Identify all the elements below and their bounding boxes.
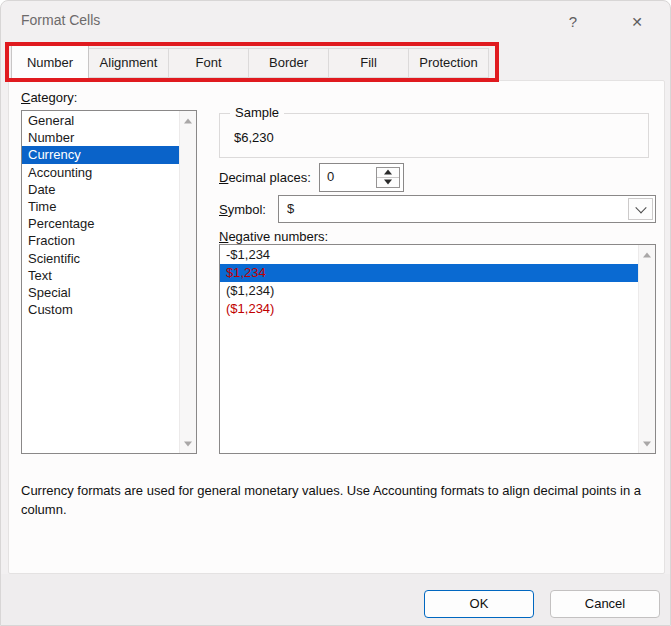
category-item-text[interactable]: Text — [22, 267, 179, 284]
category-description: Currency formats are used for general mo… — [21, 481, 653, 519]
category-item-number[interactable]: Number — [22, 129, 179, 146]
sample-legend: Sample — [230, 105, 284, 120]
negative-option-parens[interactable]: ($1,234) — [220, 282, 638, 300]
help-icon: ? — [569, 13, 577, 30]
negative-numbers-listbox[interactable]: -$1,234 $1,234 ($1,234) ($1,234) — [219, 244, 656, 454]
format-cells-dialog: Format Cells ? ✕ Number Alignment Font B… — [0, 0, 671, 626]
scroll-down-icon[interactable] — [180, 435, 196, 452]
symbol-value: $ — [287, 201, 294, 216]
close-button[interactable]: ✕ — [618, 9, 656, 35]
symbol-dropdown[interactable]: $ — [278, 195, 656, 223]
ok-button[interactable]: OK — [424, 590, 534, 618]
title-bar: Format Cells ? ✕ — [1, 1, 670, 45]
spinner-up-icon — [384, 170, 392, 175]
category-item-scientific[interactable]: Scientific — [22, 250, 179, 267]
decimal-places-label: Decimal places: — [219, 170, 311, 185]
tab-alignment[interactable]: Alignment — [89, 48, 169, 78]
tab-number[interactable]: Number — [11, 45, 89, 79]
negative-option-minus[interactable]: -$1,234 — [220, 246, 638, 264]
negative-option-red-parens[interactable]: ($1,234) — [220, 300, 638, 318]
sample-value: $6,230 — [234, 130, 274, 145]
tab-font[interactable]: Font — [169, 48, 249, 78]
category-item-date[interactable]: Date — [22, 181, 179, 198]
negative-numbers-label: Negative numbers: — [219, 229, 328, 244]
tab-protection[interactable]: Protection — [409, 48, 489, 78]
category-item-special[interactable]: Special — [22, 284, 179, 301]
tab-strip: Number Alignment Font Border Fill Protec… — [11, 48, 489, 78]
decimal-places-spinner[interactable]: 0 — [319, 163, 404, 192]
button-bar: OK Cancel — [1, 574, 670, 626]
tab-fill[interactable]: Fill — [329, 48, 409, 78]
category-item-fraction[interactable]: Fraction — [22, 232, 179, 249]
sample-groupbox: Sample $6,230 — [219, 113, 649, 158]
category-item-time[interactable]: Time — [22, 198, 179, 215]
category-listbox[interactable]: General Number Currency Accounting Date … — [21, 110, 197, 454]
negative-option-red-plain[interactable]: $1,234 — [220, 264, 638, 282]
symbol-dropdown-button[interactable] — [628, 198, 653, 220]
scroll-up-icon[interactable] — [180, 112, 196, 129]
negative-scrollbar[interactable] — [638, 245, 655, 453]
chevron-down-icon — [635, 202, 646, 213]
category-scrollbar[interactable] — [179, 111, 196, 453]
close-icon: ✕ — [631, 14, 643, 30]
spinner-up-button[interactable] — [377, 168, 399, 178]
help-button[interactable]: ? — [554, 9, 592, 35]
dialog-title: Format Cells — [21, 12, 100, 28]
spinner-buttons — [376, 167, 400, 188]
decimal-places-value: 0 — [327, 169, 334, 184]
category-item-general[interactable]: General — [22, 112, 179, 129]
scroll-up-icon[interactable] — [639, 246, 655, 263]
category-item-percentage[interactable]: Percentage — [22, 215, 179, 232]
negative-list-items: -$1,234 $1,234 ($1,234) ($1,234) — [220, 246, 638, 453]
category-item-custom[interactable]: Custom — [22, 301, 179, 318]
spinner-down-icon — [384, 180, 392, 185]
tab-border[interactable]: Border — [249, 48, 329, 78]
symbol-label: Symbol: — [219, 202, 266, 217]
category-item-accounting[interactable]: Accounting — [22, 164, 179, 181]
scroll-down-icon[interactable] — [639, 435, 655, 452]
spinner-down-button[interactable] — [377, 178, 399, 188]
category-item-currency[interactable]: Currency — [22, 146, 179, 163]
category-list-items: General Number Currency Accounting Date … — [22, 112, 179, 453]
cancel-button[interactable]: Cancel — [550, 590, 660, 618]
category-label: Category: — [21, 90, 77, 105]
